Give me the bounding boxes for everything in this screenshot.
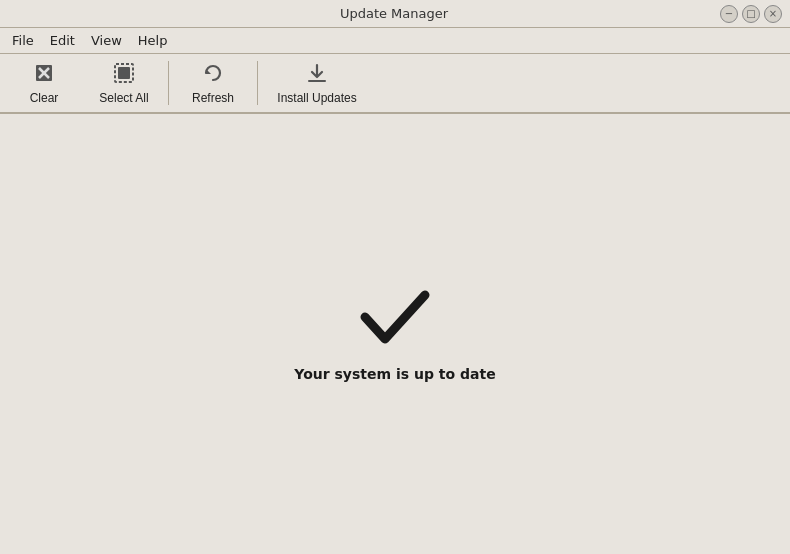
clear-button[interactable]: Clear [4,56,84,110]
select-all-label: Select All [99,91,148,105]
toolbar-separator-2 [257,61,258,105]
menu-help[interactable]: Help [130,30,176,51]
checkmark-icon [359,287,431,350]
select-all-button[interactable]: Select All [84,56,164,110]
close-button[interactable]: × [764,5,782,23]
menu-view[interactable]: View [83,30,130,51]
status-text: Your system is up to date [294,366,495,382]
menu-bar: File Edit View Help [0,28,790,54]
title-bar: Update Manager − □ × [0,0,790,28]
select-all-icon [113,62,135,87]
install-updates-icon [306,62,328,87]
maximize-button[interactable]: □ [742,5,760,23]
clear-icon [33,62,55,87]
toolbar-separator-1 [168,61,169,105]
menu-edit[interactable]: Edit [42,30,83,51]
minimize-button[interactable]: − [720,5,738,23]
window-controls: − □ × [720,5,782,23]
refresh-icon [202,62,224,87]
refresh-button[interactable]: Refresh [173,56,253,110]
svg-marker-5 [206,69,211,74]
refresh-label: Refresh [192,91,234,105]
menu-file[interactable]: File [4,30,42,51]
install-updates-label: Install Updates [277,91,356,105]
window-title: Update Manager [68,6,720,21]
main-content: Your system is up to date [0,114,790,554]
svg-rect-4 [118,67,130,79]
toolbar: Clear Select All Refresh [0,54,790,114]
install-updates-button[interactable]: Install Updates [262,56,372,110]
clear-label: Clear [30,91,59,105]
